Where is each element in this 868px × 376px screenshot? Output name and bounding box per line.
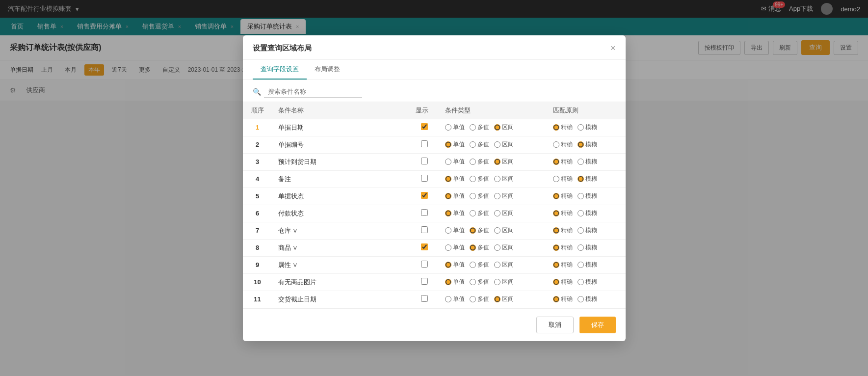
modal-overlay: 设置查询区域布局 × 查询字段设置 布局调整 🔍 顺序 条件名称 bbox=[0, 0, 868, 101]
dialog-tabs: 查询字段设置 布局调整 bbox=[243, 60, 626, 80]
search-icon: 🔍 bbox=[253, 88, 261, 96]
tab-layout-adjust[interactable]: 布局调整 bbox=[307, 60, 348, 80]
dialog-search-area: 🔍 bbox=[243, 80, 626, 102]
search-input[interactable] bbox=[264, 86, 362, 98]
tab-query-fields[interactable]: 查询字段设置 bbox=[253, 60, 307, 80]
dialog-header: 设置查询区域布局 × bbox=[243, 35, 626, 60]
settings-dialog: 设置查询区域布局 × 查询字段设置 布局调整 🔍 顺序 条件名称 bbox=[243, 35, 626, 102]
dialog-close-btn[interactable]: × bbox=[610, 43, 616, 54]
dialog-title: 设置查询区域布局 bbox=[253, 44, 312, 53]
